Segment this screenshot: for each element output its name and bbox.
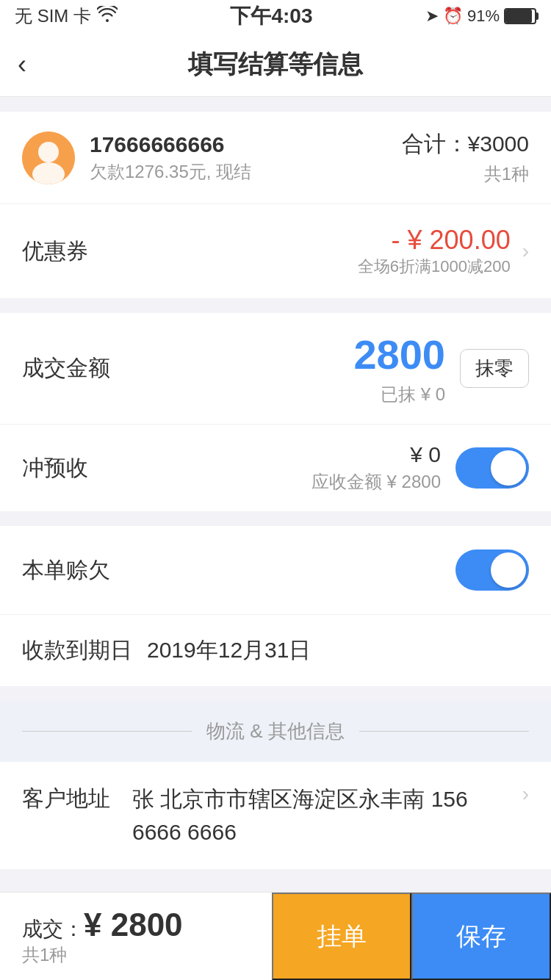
deal-label: 成交金额 [22, 353, 110, 383]
sim-text: 无 SIM 卡 [15, 4, 91, 28]
bottom-bar: 成交：¥ 2800 共1种 挂单 保存 [0, 892, 551, 980]
logistics-divider: 物流 & 其他信息 [0, 701, 551, 762]
prepay-amount-area: ¥ 0 应收金额 ¥ 2800 [311, 442, 441, 494]
address-label: 客户地址 [22, 784, 110, 814]
section-gap-2 [0, 298, 551, 313]
address-row[interactable]: 客户地址 张 北京市市辖区海淀区永丰南 156 6666 6666 › [0, 762, 551, 869]
deal-row: 成交金额 2800 已抹 ¥ 0 抹零 [22, 331, 529, 406]
divider-line-right [359, 731, 529, 732]
prepay-label: 冲预收 [22, 453, 88, 483]
back-button[interactable]: ‹ [18, 49, 26, 80]
duedate-row: 收款到期日 2019年12月31日 [0, 614, 551, 686]
coupon-desc: 全场6折满1000减200 [358, 256, 511, 278]
battery-percent: 91% [467, 7, 500, 26]
user-right: 合计：¥3000 共1种 [402, 129, 529, 186]
bottom-deal-count: 共1种 [22, 943, 272, 967]
page-title: 填写结算等信息 [188, 48, 363, 82]
section-gap-4 [0, 686, 551, 701]
prepay-toggle[interactable] [455, 447, 529, 489]
debit-toggle[interactable] [455, 550, 529, 591]
user-row: 17666666666 欠款1276.35元, 现结 合计：¥3000 共1种 [22, 129, 529, 186]
alarm-icon: ⏰ [443, 7, 463, 26]
debit-toggle-knob [491, 552, 526, 588]
user-subtext: 欠款1276.35元, 现结 [90, 160, 251, 184]
chevron-right-icon: › [522, 239, 529, 263]
svg-point-1 [38, 142, 59, 162]
bottom-deal-amount: ¥ 2800 [84, 907, 183, 943]
deal-amount-section: 成交金额 2800 已抹 ¥ 0 抹零 [0, 313, 551, 424]
debit-row: 本单赊欠 [0, 526, 551, 614]
bottom-deal-label: 成交： [22, 918, 84, 940]
status-bar: 无 SIM 卡 下午4:03 ➤ ⏰ 91% [0, 0, 551, 32]
user-left: 17666666666 欠款1276.35元, 现结 [22, 131, 251, 184]
deal-amount-area: 2800 已抹 ¥ 0 [353, 331, 445, 406]
coupon-row[interactable]: 优惠券 - ¥ 200.00 全场6折满1000减200 › [0, 203, 551, 298]
deal-right: 2800 已抹 ¥ 0 抹零 [353, 331, 529, 406]
save-button[interactable]: 保存 [411, 893, 551, 980]
avatar [22, 131, 75, 184]
nav-bar: ‹ 填写结算等信息 [0, 32, 551, 97]
status-right: ➤ ⏰ 91% [425, 7, 536, 26]
deal-sub: 已抹 ¥ 0 [353, 383, 445, 406]
section-gap-1 [0, 97, 551, 112]
user-info-section: 17666666666 欠款1276.35元, 现结 合计：¥3000 共1种 [0, 112, 551, 203]
battery-icon [504, 8, 536, 24]
status-time: 下午4:03 [230, 2, 312, 30]
duedate-label: 收款到期日 [22, 635, 132, 666]
location-icon: ➤ [425, 7, 439, 26]
deal-amount: 2800 [353, 331, 445, 378]
round-zero-button[interactable]: 抹零 [460, 349, 529, 388]
status-left: 无 SIM 卡 [15, 4, 118, 28]
prepay-row: 冲预收 ¥ 0 应收金额 ¥ 2800 [0, 424, 551, 511]
prepay-sub: 应收金额 ¥ 2800 [311, 470, 441, 494]
coupon-amount: - ¥ 200.00 [358, 225, 511, 256]
toggle-knob [491, 450, 526, 486]
bottom-summary: 成交：¥ 2800 共1种 [0, 893, 272, 980]
user-phone: 17666666666 [90, 132, 251, 157]
section-gap-3 [0, 511, 551, 526]
total-count: 共1种 [402, 162, 529, 186]
total-amount: 合计：¥3000 [402, 129, 529, 159]
debit-label: 本单赊欠 [22, 555, 110, 586]
address-value: 张 北京市市辖区海淀区永丰南 156 6666 6666 [132, 782, 518, 849]
prepay-amount: ¥ 0 [311, 442, 441, 467]
coupon-right: - ¥ 200.00 全场6折满1000减200 › [358, 225, 529, 278]
coupon-label: 优惠券 [22, 237, 88, 267]
prepay-right: ¥ 0 应收金额 ¥ 2800 [311, 442, 529, 494]
address-chevron-icon: › [522, 782, 529, 806]
wifi-icon [97, 6, 118, 26]
hold-order-button[interactable]: 挂单 [272, 893, 411, 980]
user-details: 17666666666 欠款1276.35元, 现结 [90, 132, 251, 184]
divider-line-left [22, 731, 192, 732]
logistics-label: 物流 & 其他信息 [192, 718, 359, 744]
bottom-deal-row: 成交：¥ 2800 [22, 907, 272, 943]
duedate-value: 2019年12月31日 [147, 635, 311, 666]
